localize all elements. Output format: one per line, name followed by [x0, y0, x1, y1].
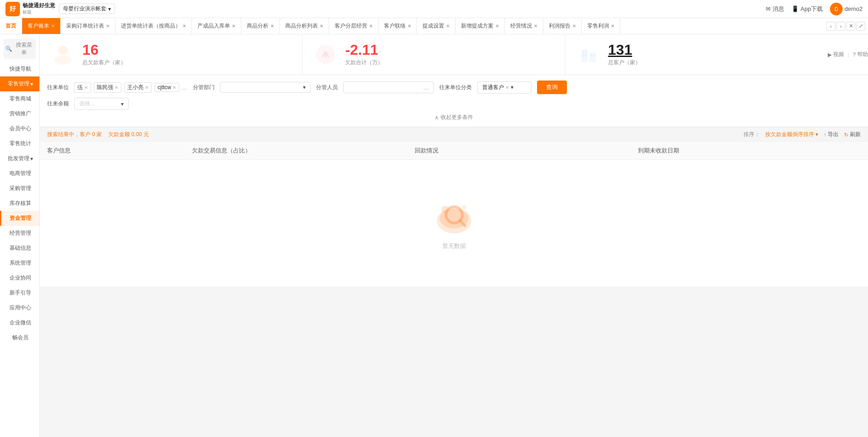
tab-expand-button[interactable]: ⤢ — [856, 22, 865, 31]
sidebar-item-retail-management[interactable]: 零售管理 ▾ — [0, 76, 39, 91]
col-due-date: 到期未收款日期 — [638, 147, 861, 155]
tab-customer-contact[interactable]: 客户联络 ✕ — [379, 18, 417, 34]
more-tags-button[interactable]: ... — [182, 84, 187, 91]
sidebar-item-newbie[interactable]: 新手引导 — [0, 285, 39, 300]
sidebar-item-marketing[interactable]: 营销推广 — [0, 106, 39, 121]
balance-input[interactable]: 选择... ▾ — [74, 98, 129, 110]
top-bar-right: ✉ 消息 📱 App下载 D demo2 — [766, 3, 863, 15]
sidebar-item-retail-stats[interactable]: 零售统计 — [0, 136, 39, 151]
close-tab-icon[interactable]: ✕ — [182, 24, 186, 28]
tab-inbound-stats[interactable]: 进货单统计表（按商品） ✕ — [115, 18, 192, 34]
sidebar-item-enterprise-wechat[interactable]: 企业微信 — [0, 315, 39, 330]
close-tab-icon[interactable]: ✕ — [408, 24, 411, 28]
close-tab-icon[interactable]: ✕ — [320, 24, 323, 28]
unit-tag-2[interactable]: 陈民强 ✕ — [94, 82, 121, 93]
help-link[interactable]: ? 帮助 — [853, 51, 868, 58]
tab-promotion-settings[interactable]: 提成设置 ✕ — [417, 18, 456, 34]
svg-rect-7 — [585, 51, 587, 53]
sidebar-item-ecommerce[interactable]: 电商管理 — [0, 166, 39, 181]
collapse-button[interactable]: ∧ 收起更多条件 — [435, 114, 473, 121]
content-area: 16 总欠款客户（家） ¥ -2.11 欠款合 — [40, 34, 868, 437]
tab-next-button[interactable]: › — [836, 22, 845, 31]
sidebar-item-system-mgmt[interactable]: 系统管理 — [0, 256, 39, 271]
sidebar-item-basic-info[interactable]: 基础信息 — [0, 241, 39, 256]
tab-new-promotion[interactable]: 新增提成方案 ✕ — [456, 18, 505, 34]
chevron-down-icon: ▾ — [121, 101, 124, 107]
close-tab-icon[interactable]: ✕ — [495, 24, 499, 28]
logo-area: 好 畅捷通好生意 标版 — [5, 2, 55, 16]
sidebar-item-retail-mall[interactable]: 零售商城 — [0, 91, 39, 106]
close-tab-icon[interactable]: ✕ — [611, 24, 614, 28]
refresh-button[interactable]: ↻ 刷新 — [844, 131, 861, 138]
sidebar-item-member-center[interactable]: 会员中心 — [0, 121, 39, 136]
sidebar-item-purchase-management[interactable]: 采购管理 — [0, 181, 39, 196]
tab-close-all-button[interactable]: ✕ — [846, 22, 855, 31]
category-label: 往来单位分类 — [439, 84, 472, 91]
help-icon: ? — [853, 52, 856, 58]
stat-customers-value: 16 — [82, 43, 126, 57]
close-tab-icon[interactable]: ✕ — [446, 24, 450, 28]
close-tab-icon[interactable]: ✕ — [572, 24, 576, 28]
remove-tag-icon[interactable]: ✕ — [145, 85, 149, 90]
remove-tag-icon[interactable]: ✕ — [84, 85, 88, 90]
tab-operation[interactable]: 经营情况 ✕ — [505, 18, 543, 34]
tab-home[interactable]: 首页 — [0, 18, 22, 34]
unit-tag-1[interactable]: 伍 ✕ — [74, 82, 91, 93]
stat-customers-values: 16 总欠款客户（家） — [82, 43, 126, 66]
sidebar-item-inventory[interactable]: 库存核算 — [0, 196, 39, 211]
query-button[interactable]: 查询 — [537, 81, 567, 94]
tab-product-analysis-list[interactable]: 商品分析列表 ✕ — [280, 18, 329, 34]
unit-tag-3[interactable]: 王小亮 ✕ — [124, 82, 152, 93]
remove-tag-icon[interactable]: ✕ — [115, 85, 118, 90]
tab-profit-report[interactable]: 利润报告 ✕ — [543, 18, 582, 34]
tab-purchase-order[interactable]: 采购订单统计表 ✕ — [61, 18, 115, 34]
sidebar-item-operation-mgmt[interactable]: 经营管理 — [0, 226, 39, 241]
unit-tag-4[interactable]: cjttcw ✕ — [154, 83, 179, 92]
search-icon: 🔍 — [5, 46, 12, 52]
tab-customer-tier[interactable]: 客户分层经营 ✕ — [329, 18, 379, 34]
person-select[interactable]: ... — [343, 81, 434, 93]
category-select[interactable]: 普通客户 ✕ ▾ — [477, 81, 532, 94]
close-tab-icon[interactable]: ✕ — [51, 24, 55, 28]
video-link[interactable]: ▶ 视频 — [828, 51, 844, 58]
close-tab-icon[interactable]: ✕ — [534, 24, 537, 28]
tab-retail-profit[interactable]: 零售利润 ✕ — [582, 18, 620, 34]
remove-category-tag-icon[interactable]: ✕ — [505, 85, 509, 90]
dept-select[interactable]: ▾ — [220, 82, 311, 93]
sidebar-search-area: 🔍 搜索菜单 — [0, 34, 39, 62]
svg-point-16 — [441, 206, 449, 213]
close-tab-icon[interactable]: ✕ — [369, 24, 373, 28]
svg-rect-5 — [590, 53, 596, 62]
sort-select[interactable]: 按欠款金额倒序排序 ▾ — [765, 131, 818, 138]
stat-customers-label: 总欠款客户（家） — [82, 59, 126, 66]
search-menu-button[interactable]: 🔍 搜索菜单 — [4, 39, 36, 59]
tab-cost-inbound[interactable]: 产成品入库单 ✕ — [192, 18, 241, 34]
sidebar-item-finance[interactable]: 资金管理 — [0, 211, 39, 226]
category-tag[interactable]: 普通客户 ✕ — [482, 84, 509, 91]
app-download-button[interactable]: 📱 App下载 — [791, 5, 823, 13]
tab-product-analysis[interactable]: 商品分析 ✕ — [241, 18, 280, 34]
stat-total-clients: 131 总客户（家） — [566, 34, 828, 75]
remove-tag-icon[interactable]: ✕ — [173, 85, 176, 90]
account-selector[interactable]: 母婴行业演示帐套 ▾ — [59, 4, 115, 14]
sidebar-item-enterprise-collab[interactable]: 企业协同 — [0, 271, 39, 285]
download-icon: 📱 — [791, 5, 799, 12]
sidebar-item-batch-management[interactable]: 批发管理 ▾ — [0, 151, 39, 166]
content-inner: 16 总欠款客户（家） ¥ -2.11 欠款合 — [40, 34, 868, 286]
sidebar-item-vip[interactable]: 畅会员 — [0, 330, 39, 345]
close-tab-icon[interactable]: ✕ — [106, 24, 110, 28]
tab-prev-button[interactable]: ‹ — [826, 22, 835, 31]
customer-icon — [51, 43, 75, 67]
sidebar-item-app-center[interactable]: 应用中心 — [0, 300, 39, 315]
filter-row-1: 往来单位 伍 ✕ 陈民强 ✕ 王小亮 ✕ — [47, 81, 861, 94]
close-tab-icon[interactable]: ✕ — [232, 24, 235, 28]
sidebar-item-quick-nav[interactable]: 快捷导航 — [0, 62, 39, 76]
export-button[interactable]: ↑ 导出 — [824, 131, 839, 138]
tab-customer-account[interactable]: 客户账本 ✕ — [22, 18, 61, 34]
stat-debt-value: -2.11 — [345, 43, 383, 57]
close-tab-icon[interactable]: ✕ — [270, 24, 274, 28]
messages-button[interactable]: ✉ 消息 — [766, 5, 784, 13]
chevron-down-icon: ▾ — [511, 84, 513, 90]
chevron-down-icon: ▾ — [815, 131, 818, 138]
user-menu[interactable]: D demo2 — [830, 3, 863, 15]
